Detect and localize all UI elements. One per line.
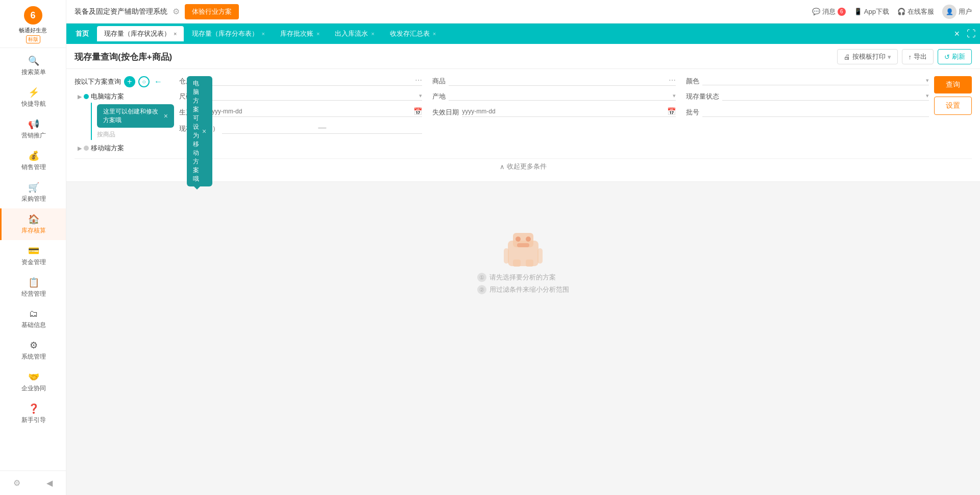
svg-rect-8 bbox=[526, 260, 533, 267]
collapse-up-icon: ∧ bbox=[500, 163, 505, 171]
expire-date-calendar-icon[interactable]: 📅 bbox=[667, 107, 676, 115]
message-icon: 💬 bbox=[812, 8, 820, 15]
produce-date-input[interactable] bbox=[209, 108, 413, 115]
field-stock-status-control[interactable]: ▾ bbox=[722, 92, 929, 101]
inventory-icon: 🏠 bbox=[28, 214, 39, 225]
warehouse-more-icon[interactable]: ⋯ bbox=[415, 76, 422, 84]
svg-rect-7 bbox=[513, 260, 521, 267]
sidebar-item-sales[interactable]: 💰 销售管理 bbox=[0, 145, 66, 177]
stock-qty-to-input[interactable] bbox=[328, 124, 422, 132]
settings-btn[interactable]: ⚙ bbox=[11, 476, 22, 490]
sidebar-menu: 🔍 搜索菜单 ⚡ 快捷导航 📢 营销推广 💰 销售管理 🛒 采购管理 🏠 库存核… bbox=[0, 48, 66, 470]
export-button[interactable]: ↑ 导出 bbox=[902, 49, 934, 64]
online-service-item[interactable]: 🎧 在线客服 bbox=[897, 7, 934, 16]
search-button[interactable]: 查询 bbox=[934, 76, 972, 93]
filter-back-button[interactable]: ← bbox=[153, 76, 164, 87]
tooltip1: 电脑方案可设为移动方案哦 × bbox=[187, 76, 212, 186]
tab-summary-close[interactable]: × bbox=[433, 31, 436, 37]
search-icon: 🔍 bbox=[28, 55, 39, 66]
message-item[interactable]: 💬 消息 6 bbox=[812, 7, 846, 16]
collapse-btn[interactable]: ◀ bbox=[44, 476, 55, 490]
tab-summary[interactable]: 收发存汇总表 × bbox=[383, 26, 443, 41]
app-download-label: App下载 bbox=[864, 7, 889, 16]
field-stock-qty: 现存量（主） — bbox=[179, 123, 422, 134]
product-input[interactable] bbox=[449, 77, 666, 84]
empty-hints: ① 请先选择要分析的方案 ② 用过滤条件来缩小分析范围 bbox=[477, 273, 569, 294]
tab-inventory-dist-close[interactable]: × bbox=[261, 31, 264, 37]
tab-flow-label: 出入库流水 bbox=[335, 29, 368, 38]
expire-date-input[interactable] bbox=[462, 108, 667, 115]
hint1-text: 请先选择要分析的方案 bbox=[489, 273, 556, 282]
sidebar-item-marketing[interactable]: 📢 营销推广 bbox=[0, 113, 66, 145]
tab-inventory-status[interactable]: 现存量（库存状况表） × bbox=[97, 26, 184, 41]
sidebar-item-enterprise[interactable]: 🤝 企业协同 bbox=[0, 366, 66, 398]
tab-flow-close[interactable]: × bbox=[371, 31, 374, 37]
field-size-control[interactable]: ▾ bbox=[195, 92, 422, 101]
refresh-button[interactable]: ↺ 刷新 bbox=[938, 49, 972, 64]
sidebar-item-label-quick: 快捷导航 bbox=[21, 100, 46, 108]
plan-mobile-row[interactable]: ▶ 移动端方案 bbox=[75, 142, 174, 154]
plan-desktop-label: 电脑端方案 bbox=[91, 92, 124, 101]
svg-rect-5 bbox=[504, 248, 509, 264]
tab-home-label: 首页 bbox=[76, 29, 89, 38]
sidebar-item-search[interactable]: 🔍 搜索菜单 bbox=[0, 50, 66, 82]
query-btn-group: 查询 设置 bbox=[934, 76, 972, 115]
online-service-label: 在线客服 bbox=[908, 7, 934, 16]
print-button[interactable]: 🖨 按模板打印 ▾ bbox=[837, 49, 898, 64]
product-more-icon[interactable]: ⋯ bbox=[669, 76, 676, 84]
tooltip2-close[interactable]: × bbox=[164, 112, 168, 120]
stock-status-dropdown-icon: ▾ bbox=[926, 92, 929, 99]
sidebar-item-label-operation: 经营管理 bbox=[21, 290, 46, 298]
field-product-control: ⋯ bbox=[449, 76, 675, 86]
tab-flow[interactable]: 出入库流水 × bbox=[328, 26, 381, 41]
tab-home[interactable]: 首页 bbox=[68, 26, 96, 41]
sidebar-item-label-guide: 新手引导 bbox=[21, 416, 46, 425]
reset-button[interactable]: 设置 bbox=[934, 97, 972, 115]
tooltip1-close[interactable]: × bbox=[202, 127, 206, 135]
sidebar-item-finance[interactable]: 💳 资金管理 bbox=[0, 240, 66, 272]
tab-fullscreen[interactable]: ⛶ bbox=[965, 27, 978, 41]
stock-qty-from-input[interactable] bbox=[222, 124, 316, 132]
sidebar-item-basic[interactable]: 🗂 基础信息 bbox=[0, 303, 66, 335]
hint2-num: ② bbox=[477, 285, 486, 294]
tab-close-all[interactable]: × bbox=[952, 27, 962, 41]
trial-button[interactable]: 体验行业方案 bbox=[185, 4, 239, 19]
sidebar-item-operation[interactable]: 📋 经营管理 bbox=[0, 272, 66, 303]
batch-input[interactable] bbox=[702, 108, 929, 115]
plan-desktop-row[interactable]: ▶ 电脑端方案 bbox=[75, 90, 174, 103]
warehouse-input[interactable] bbox=[195, 77, 413, 84]
field-batch: 批号 bbox=[686, 108, 929, 117]
sidebar-item-quick[interactable]: ⚡ 快捷导航 bbox=[0, 82, 66, 113]
gear-icon[interactable]: ⚙ bbox=[173, 7, 180, 16]
tab-inventory-status-label: 现存量（库存状况表） bbox=[104, 29, 170, 38]
field-color-label: 颜色 bbox=[686, 77, 699, 86]
size-dropdown-icon: ▾ bbox=[419, 92, 422, 99]
sidebar-item-system[interactable]: ⚙ 系统管理 bbox=[0, 335, 66, 366]
filter-add-button[interactable]: + bbox=[124, 76, 135, 87]
sidebar-item-label-inventory: 库存核算 bbox=[21, 226, 46, 235]
field-expire-date: 失效日期 📅 bbox=[432, 107, 675, 117]
plan-mobile-label: 移动端方案 bbox=[91, 144, 124, 153]
range-sep: — bbox=[318, 123, 326, 132]
tooltip2: 这里可以创建和修改方案哦 × bbox=[97, 104, 174, 128]
app-download-item[interactable]: 📱 App下载 bbox=[854, 7, 889, 16]
tab-inventory-dist[interactable]: 现存量（库存分布表） × bbox=[185, 26, 272, 41]
tab-batch[interactable]: 库存批次账 × bbox=[273, 26, 327, 41]
sidebar-item-label-basic: 基础信息 bbox=[21, 321, 46, 329]
svg-rect-6 bbox=[537, 248, 543, 264]
tab-batch-close[interactable]: × bbox=[316, 31, 320, 37]
headset-icon: 🎧 bbox=[897, 8, 905, 15]
sidebar-item-inventory[interactable]: 🏠 库存核算 bbox=[0, 208, 66, 240]
filter-edit-button[interactable]: ○ bbox=[138, 76, 150, 87]
sidebar-item-label-enterprise: 企业协同 bbox=[21, 384, 46, 393]
field-color-control[interactable]: ▾ bbox=[702, 77, 929, 85]
user-item[interactable]: 👤 用户 bbox=[942, 5, 972, 19]
page-content: 现存量查询(按仓库+商品) 🖨 按模板打印 ▾ ↑ 导出 ↺ 刷新 bbox=[66, 44, 980, 495]
field-origin-control[interactable]: ▾ bbox=[449, 92, 675, 101]
produce-date-calendar-icon[interactable]: 📅 bbox=[413, 107, 422, 115]
chevron-right-mobile-icon: ▶ bbox=[78, 145, 82, 152]
sidebar-item-purchase[interactable]: 🛒 采购管理 bbox=[0, 177, 66, 208]
export-label: 导出 bbox=[914, 52, 927, 61]
tab-inventory-status-close[interactable]: × bbox=[174, 31, 177, 37]
sidebar-item-guide[interactable]: ❓ 新手引导 bbox=[0, 398, 66, 430]
